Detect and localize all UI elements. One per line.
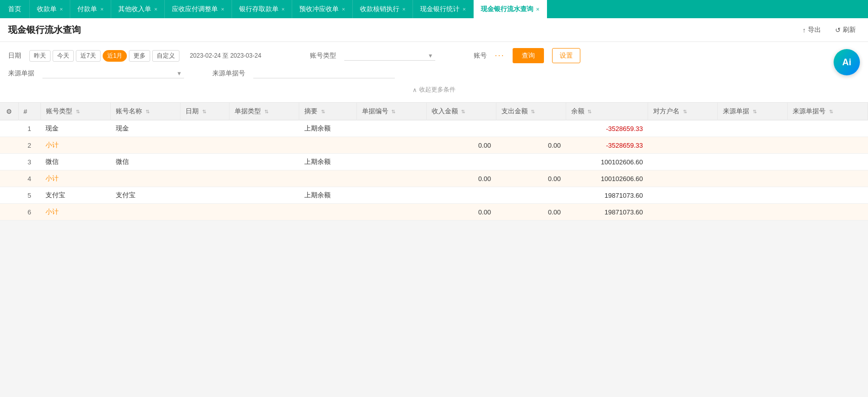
cell-index: 3 bbox=[18, 154, 40, 170]
th-balance[interactable]: 余额 ⇅ bbox=[566, 103, 648, 120]
cell-source-doc-no bbox=[788, 204, 868, 220]
close-icon-4[interactable]: × bbox=[282, 6, 285, 12]
header-actions: ↑ 导出 ↺ 刷新 bbox=[799, 23, 860, 36]
cell-account-type: 微信 bbox=[40, 154, 110, 170]
th-date[interactable]: 日期 ⇅ bbox=[180, 103, 230, 120]
th-index[interactable]: # bbox=[18, 103, 40, 120]
th-source-doc-no[interactable]: 来源单据号 ⇅ bbox=[788, 103, 868, 120]
nav-tab-7[interactable]: 现金银行统计 × bbox=[413, 0, 473, 18]
cell-summary: 上期余额 bbox=[299, 154, 356, 170]
sort-icon-date: ⇅ bbox=[202, 109, 206, 114]
cell-source-doc bbox=[718, 120, 788, 137]
table-row: 1 现金 现金 上期余额 -3528659.33 bbox=[0, 120, 868, 137]
table-row: 6 小计 0.00 0.00 19871073.60 bbox=[0, 204, 868, 220]
cell-doc-no bbox=[356, 187, 426, 204]
th-income[interactable]: 收入金额 ⇅ bbox=[426, 103, 496, 120]
cell-index: 2 bbox=[18, 137, 40, 154]
cell-doc-type bbox=[230, 170, 299, 187]
date-btn-yesterday[interactable]: 昨天 bbox=[29, 50, 51, 62]
page-title: 现金银行流水查询 bbox=[8, 24, 81, 36]
table-row: 3 微信 微信 上期余额 100102606.60 bbox=[0, 154, 868, 170]
cell-account-type: 小计 bbox=[40, 137, 110, 154]
close-icon-0[interactable]: × bbox=[60, 6, 63, 12]
close-icon-6[interactable]: × bbox=[402, 6, 405, 12]
cell-expense: 0.00 bbox=[496, 137, 566, 154]
cell-expense bbox=[496, 120, 566, 137]
refresh-button[interactable]: ↺ 刷新 bbox=[831, 23, 860, 36]
cell-doc-type bbox=[230, 187, 299, 204]
cell-summary bbox=[299, 137, 356, 154]
nav-tab-8[interactable]: 现金银行流水查询 × bbox=[474, 0, 547, 18]
ai-assistant-button[interactable]: Ai bbox=[834, 49, 860, 75]
table-container: ⚙ # 账号类型 ⇅ 账号名称 ⇅ 日期 ⇅ 单据类型 bbox=[0, 103, 868, 220]
nav-tab-0[interactable]: 收款单 × bbox=[30, 0, 70, 18]
th-source-doc[interactable]: 来源单据 ⇅ bbox=[718, 103, 788, 120]
export-button[interactable]: ↑ 导出 bbox=[799, 23, 826, 36]
cell-account-name: 支付宝 bbox=[111, 187, 180, 204]
cell-expense bbox=[496, 187, 566, 204]
date-btn-1month[interactable]: 近1月 bbox=[103, 50, 127, 62]
source-doc-label: 来源单据 bbox=[8, 69, 34, 78]
nav-tab-5[interactable]: 预收冲应收单 × bbox=[292, 0, 352, 18]
cell-account-name bbox=[111, 170, 180, 187]
sort-icon-source-doc: ⇅ bbox=[753, 109, 757, 114]
cell-account-type: 小计 bbox=[40, 204, 110, 220]
page-header: 现金银行流水查询 ↑ 导出 ↺ 刷新 bbox=[0, 18, 868, 42]
th-gear[interactable]: ⚙ bbox=[0, 103, 18, 120]
cell-counterparty bbox=[648, 204, 718, 220]
source-doc-no-label: 来源单据号 bbox=[212, 69, 245, 78]
collapse-bar[interactable]: ∧ 收起更多条件 bbox=[8, 83, 860, 96]
close-icon-5[interactable]: × bbox=[342, 6, 345, 12]
cell-balance: 100102606.60 bbox=[566, 154, 648, 170]
cell-counterparty bbox=[648, 170, 718, 187]
th-account-type[interactable]: 账号类型 ⇅ bbox=[40, 103, 110, 120]
close-icon-7[interactable]: × bbox=[463, 6, 466, 12]
close-icon-1[interactable]: × bbox=[100, 6, 103, 12]
cell-source-doc-no bbox=[788, 154, 868, 170]
cell-date bbox=[180, 204, 230, 220]
close-icon-2[interactable]: × bbox=[154, 6, 157, 12]
data-table: ⚙ # 账号类型 ⇅ 账号名称 ⇅ 日期 ⇅ 单据类型 bbox=[0, 103, 868, 220]
account-label: 账号 bbox=[474, 51, 487, 60]
cell-source-doc bbox=[718, 137, 788, 154]
query-button[interactable]: 查询 bbox=[513, 48, 544, 63]
th-summary[interactable]: 摘要 ⇅ bbox=[299, 103, 356, 120]
cell-source-doc bbox=[718, 154, 788, 170]
nav-tab-6[interactable]: 收款核销执行 × bbox=[353, 0, 413, 18]
nav-tab-3[interactable]: 应收应付调整单 × bbox=[165, 0, 232, 18]
th-doc-no[interactable]: 单据编号 ⇅ bbox=[356, 103, 426, 120]
date-btn-today[interactable]: 今天 bbox=[53, 50, 74, 62]
date-label: 日期 bbox=[8, 51, 21, 60]
nav-tab-4[interactable]: 银行存取款单 × bbox=[232, 0, 292, 18]
close-icon-3[interactable]: × bbox=[221, 6, 224, 12]
source-doc-no-input[interactable] bbox=[253, 68, 395, 78]
th-account-name[interactable]: 账号名称 ⇅ bbox=[111, 103, 180, 120]
nav-tab-2[interactable]: 其他收入单 × bbox=[111, 0, 165, 18]
cell-balance: 100102606.60 bbox=[566, 170, 648, 187]
th-doc-type[interactable]: 单据类型 ⇅ bbox=[230, 103, 299, 120]
account-type-select[interactable] bbox=[344, 51, 435, 61]
cell-account-name bbox=[111, 137, 180, 154]
cell-counterparty bbox=[648, 154, 718, 170]
nav-home[interactable]: 首页 bbox=[0, 0, 30, 18]
cell-doc-no bbox=[356, 137, 426, 154]
source-doc-select[interactable] bbox=[42, 68, 184, 78]
cell-expense: 0.00 bbox=[496, 170, 566, 187]
cell-account-type: 支付宝 bbox=[40, 187, 110, 204]
settings-button[interactable]: 设置 bbox=[552, 48, 580, 63]
filter-row-1: 日期 昨天 今天 近7天 近1月 更多 自定义 2023-02-24 至 202… bbox=[8, 48, 860, 63]
cell-doc-no bbox=[356, 170, 426, 187]
cell-expense: 0.00 bbox=[496, 204, 566, 220]
date-btn-custom[interactable]: 自定义 bbox=[152, 50, 179, 62]
cell-source-doc bbox=[718, 187, 788, 204]
date-btn-7days[interactable]: 近7天 bbox=[76, 50, 101, 62]
account-dots-button[interactable]: ··· bbox=[495, 51, 505, 60]
date-btn-more[interactable]: 更多 bbox=[129, 50, 150, 62]
th-expense[interactable]: 支出金额 ⇅ bbox=[496, 103, 566, 120]
close-icon-8[interactable]: × bbox=[536, 6, 539, 12]
export-icon: ↑ bbox=[803, 26, 806, 34]
th-counterparty[interactable]: 对方户名 ⇅ bbox=[648, 103, 718, 120]
cell-counterparty bbox=[648, 137, 718, 154]
nav-tab-1[interactable]: 付款单 × bbox=[70, 0, 111, 18]
cell-gear bbox=[0, 204, 18, 220]
